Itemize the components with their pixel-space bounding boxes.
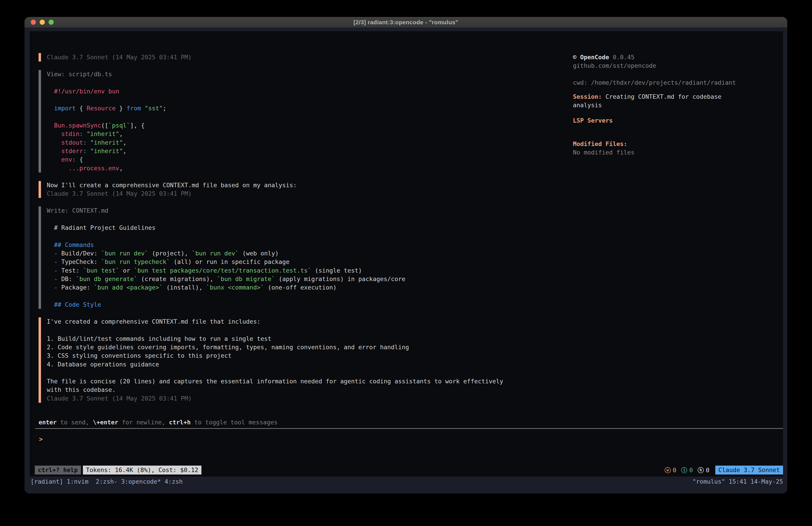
status-bar: ctrl+? help Tokens: 16.4K (8%), Cost: $0… (35, 465, 783, 475)
text-segment: No modified files (573, 149, 634, 156)
repo-link: github.com/sst/opencode (573, 61, 751, 70)
text-segment: (all) or run in specific package (170, 258, 289, 265)
text-segment (47, 301, 54, 308)
message-line: ## Code Style (47, 300, 609, 309)
text-segment: `bun add <package>` (94, 284, 163, 291)
model-badge[interactable]: Claude 3.7 Sonnet (715, 466, 783, 474)
text-segment (47, 88, 54, 95)
text-segment: , (123, 139, 126, 146)
message-block: I've created a comprehensive CONTEXT.md … (39, 317, 609, 403)
text-segment: for newline, (118, 419, 169, 426)
diagnostic-h-icon: h (698, 467, 704, 473)
text-segment: enter (39, 419, 57, 426)
diagnostic-count: 0 (706, 467, 709, 474)
message-line: Claude 3.7 Sonnet (14 May 2025 03:41 PM) (47, 189, 609, 198)
message-line: stdin: "inherit", (47, 130, 609, 138)
text-segment: 2. Code style guidelines covering import… (47, 344, 409, 351)
text-segment: #!/usr/bin/env bun (54, 88, 119, 95)
message-line: View: script/db.ts (47, 70, 609, 79)
message-line (47, 369, 609, 377)
text-segment: \+enter (93, 419, 118, 426)
text-segment: - (54, 275, 61, 282)
text-segment (87, 147, 90, 155)
text-segment (83, 130, 87, 137)
text-segment: "inherit" (90, 147, 123, 155)
text-segment (47, 267, 54, 274)
message-line (47, 113, 609, 121)
text-segment: ; (163, 105, 166, 112)
titlebar[interactable]: [2/3] radiant:3:opencode - "romulus" (25, 17, 787, 28)
text-segment: Modified Files: (573, 140, 627, 147)
text-segment (47, 250, 54, 257)
text-segment: Session: (573, 93, 602, 100)
text-segment: `bun run dev` (101, 250, 148, 257)
text-segment: or (119, 267, 134, 274)
text-segment: , (119, 165, 123, 172)
text-segment (47, 147, 61, 155)
text-segment: github.com/sst/opencode (573, 62, 656, 69)
text-segment: stdin (61, 130, 79, 137)
text-segment (47, 165, 69, 172)
message-block: Now I'll create a comprehensive CONTEXT.… (39, 181, 609, 198)
message-line: I've created a comprehensive CONTEXT.md … (47, 317, 609, 326)
text-segment: (create migrations), (137, 275, 217, 282)
text-segment: ctrl+h (169, 419, 191, 426)
terminal-body: Claude 3.7 Sonnet (14 May 2025 03:41 PM)… (25, 28, 787, 494)
text-segment: (web only) (239, 250, 279, 257)
text-segment (47, 156, 61, 163)
text-segment: LSP Servers (573, 117, 613, 124)
text-segment: Write: CONTEXT.md (47, 207, 108, 214)
terminal-window: [2/3] radiant:3:opencode - "romulus" Cla… (25, 17, 787, 494)
text-segment: Claude 3.7 Sonnet (14 May 2025 03:41 PM) (47, 190, 192, 197)
text-segment: `bun db migrate` (217, 275, 275, 282)
text-segment: (apply migrations) in packages/core (275, 275, 405, 282)
opencode-pane: Claude 3.7 Sonnet (14 May 2025 03:41 PM)… (30, 31, 783, 477)
text-segment: - (54, 267, 61, 274)
text-segment: { (76, 105, 87, 112)
help-badge[interactable]: ctrl+? help (35, 466, 81, 474)
input-hint: enter to send, \+enter for newline, ctrl… (39, 418, 278, 427)
text-segment: # Radiant Project Guidelines (54, 224, 156, 231)
text-segment: ...process.env (69, 165, 119, 172)
text-segment: to toggle tool messages (191, 419, 278, 426)
text-segment: `bun test packages/core/test/transaction… (134, 267, 311, 274)
text-segment: Claude 3.7 Sonnet (14 May 2025 03:41 PM) (47, 395, 192, 402)
text-segment: "inherit" (87, 130, 119, 137)
text-segment: - (54, 284, 61, 291)
text-segment (47, 139, 61, 146)
text-segment: `bunx <command>` (206, 284, 264, 291)
diagnostic-count: 0 (689, 467, 693, 474)
message-line (47, 215, 609, 224)
text-segment: Build/Dev: (61, 250, 101, 257)
text-segment: DB: (61, 275, 76, 282)
app-title: © OpenCode 0.0.45 (573, 53, 751, 61)
diagnostic-count: 0 (673, 467, 676, 474)
message-line: stderr: "inherit", (47, 147, 609, 155)
text-segment: Claude 3.7 Sonnet (14 May 2025 03:41 PM) (47, 54, 192, 61)
message-line: - DB: `bun db generate` (create migratio… (47, 275, 609, 283)
message-line: env: { (47, 155, 609, 164)
text-segment (47, 258, 54, 265)
prompt-input[interactable]: > (39, 435, 43, 443)
message-block: Write: CONTEXT.md # Radiant Project Guid… (39, 207, 609, 309)
message-line: 4. Database operations guidance (47, 360, 609, 369)
text-segment (47, 130, 61, 137)
message-line: Bun.spawnSync([`psql`], { (47, 121, 609, 130)
sidebar: © OpenCode 0.0.45github.com/sst/opencode… (573, 31, 751, 477)
diagnostic-w-icon: w (665, 467, 671, 473)
text-segment: Bun.spawnSync (54, 122, 101, 129)
text-segment (47, 122, 54, 129)
message-line: stdout: "inherit", (47, 138, 609, 147)
text-segment: © OpenCode (573, 54, 609, 61)
tmux-window-list[interactable]: [radiant] 1:nvim 2:zsh- 3:opencode* 4:zs… (30, 478, 183, 486)
text-segment: stdout (61, 139, 83, 146)
window-title: [2/3] radiant:3:opencode - "romulus" (25, 17, 787, 28)
message-line: Write: CONTEXT.md (47, 207, 609, 215)
message-line (47, 292, 609, 300)
session: Session: Creating CONTEXT.md for codebas… (573, 93, 751, 110)
text-segment: - (54, 258, 61, 265)
text-segment: `bun test` (83, 267, 119, 274)
text-segment: `bun run dev` (192, 250, 239, 257)
text-segment: TypeCheck: (61, 258, 101, 265)
text-segment: `bun db generate` (76, 275, 137, 282)
